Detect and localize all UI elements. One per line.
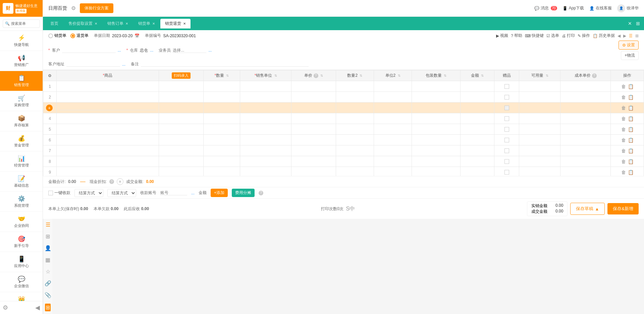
right-star-icon[interactable]: ☆: [46, 268, 50, 275]
tab-home[interactable]: 首页: [46, 19, 63, 28]
close-icon[interactable]: ✕: [183, 22, 186, 25]
list-view-icon[interactable]: ☰: [629, 34, 633, 38]
one-click-payment-checkbox[interactable]: 一键收款: [48, 190, 70, 196]
quantity-cell[interactable]: [203, 92, 240, 103]
unit2-cell[interactable]: [374, 92, 412, 103]
pkg-qty-cell[interactable]: [412, 81, 461, 92]
prev-icon[interactable]: ◀: [618, 34, 621, 38]
th-gear[interactable]: ⚙: [43, 70, 57, 81]
sidebar-item-marketing[interactable]: 📢 营销推广: [0, 51, 43, 71]
gift-checkbox[interactable]: [504, 116, 509, 121]
tab-price-settings[interactable]: 售价提取设置 ✕: [64, 19, 102, 28]
gift-checkbox[interactable]: [504, 95, 509, 100]
copy-icon[interactable]: 📋: [628, 127, 634, 132]
unit2-cell[interactable]: [374, 103, 412, 113]
next-icon[interactable]: ▶: [623, 34, 626, 38]
history-btn[interactable]: 📋 历史单据: [593, 33, 615, 39]
amount-cell[interactable]: [460, 81, 494, 92]
customer-input[interactable]: [62, 48, 116, 53]
unit-cell[interactable]: [240, 92, 291, 103]
collapse-icon[interactable]: ◀: [35, 304, 40, 311]
close-all-tabs-button[interactable]: ✕: [627, 19, 633, 27]
right-grid-view-icon[interactable]: ⊞: [46, 233, 50, 240]
save-new-button[interactable]: 保存&新增: [607, 203, 639, 214]
gift-cell[interactable]: [494, 92, 519, 103]
close-icon[interactable]: ✕: [95, 22, 97, 25]
save-draft-button[interactable]: 保存草稿 ▲: [570, 203, 605, 215]
qty2-cell[interactable]: [336, 92, 374, 103]
copy-icon[interactable]: 📋: [628, 95, 634, 100]
tab-sales-order[interactable]: 销售订单 ✕: [103, 19, 133, 28]
app-download-button[interactable]: 📱 App下载: [562, 5, 584, 11]
gift-checkbox[interactable]: [504, 84, 509, 89]
sidebar-item-sales[interactable]: 📋 销售管理: [0, 71, 43, 91]
topbar-gear-icon[interactable]: ⚙: [71, 5, 76, 11]
sidebar-item-finance[interactable]: 💰 资金管理: [0, 131, 43, 151]
pkg-qty-cell[interactable]: [412, 92, 461, 103]
cash-discount-help-icon[interactable]: ?: [109, 179, 114, 184]
gift-checkbox[interactable]: [504, 106, 509, 110]
sort-icon[interactable]: ⇅: [398, 74, 400, 77]
add-row-button[interactable]: +: [46, 105, 53, 111]
available-cell[interactable]: [519, 81, 560, 92]
user-profile[interactable]: 👤 徐泽华: [617, 4, 639, 12]
amount-cell[interactable]: [460, 92, 494, 103]
cost-price-cell[interactable]: [560, 92, 611, 103]
unit-cell[interactable]: [240, 103, 291, 113]
unit2-cell[interactable]: [374, 81, 412, 92]
close-icon[interactable]: ✕: [152, 22, 155, 25]
video-btn[interactable]: ▶ 视频: [496, 33, 508, 39]
qty2-cell[interactable]: [336, 81, 374, 92]
available-cell[interactable]: [519, 92, 560, 103]
sidebar-item-inventory[interactable]: 📦 库存核算: [0, 111, 43, 131]
gift-cell[interactable]: [494, 81, 519, 92]
delete-icon[interactable]: 🗑: [621, 159, 626, 164]
copy-icon[interactable]: 📋: [628, 105, 634, 111]
sort-icon[interactable]: ⇅: [444, 74, 446, 77]
sidebar-item-member[interactable]: 👑 畅会员: [0, 292, 43, 301]
logistics-button[interactable]: +物流: [621, 51, 639, 60]
gift-cell[interactable]: [494, 103, 519, 113]
sidebar-item-shortcut[interactable]: ⚡ 快捷导航: [0, 31, 43, 51]
price-cell[interactable]: [291, 103, 336, 113]
scan-input-button[interactable]: 扫码录入: [172, 72, 191, 79]
right-link-icon[interactable]: 🔗: [45, 280, 51, 287]
copy-icon[interactable]: 📋: [628, 84, 634, 89]
warehouse-select-icon[interactable]: ...: [150, 48, 153, 53]
remark-input[interactable]: [141, 62, 309, 67]
sidebar-item-enterprise[interactable]: 🤝 企业协同: [0, 212, 43, 232]
cost-price-cell[interactable]: [560, 103, 611, 113]
fee-help-icon[interactable]: ?: [259, 191, 263, 195]
copy-icon[interactable]: 📋: [628, 159, 634, 164]
right-clip-icon[interactable]: 📎: [45, 292, 51, 298]
gift-checkbox[interactable]: [504, 138, 509, 142]
available-cell[interactable]: [519, 103, 560, 113]
delete-icon[interactable]: 🗑: [621, 116, 626, 121]
help-btn[interactable]: ? 帮助: [511, 33, 522, 39]
cost-help-icon[interactable]: ?: [592, 73, 597, 78]
search-menu-button[interactable]: 🔍 搜索菜单: [3, 19, 40, 28]
sort-icon[interactable]: ⇅: [360, 74, 362, 77]
sidebar-item-wechat[interactable]: 💬 企业微信: [0, 272, 43, 292]
address-select-icon[interactable]: ...: [122, 62, 125, 67]
price-cell[interactable]: [291, 92, 336, 103]
sidebar-item-operation[interactable]: 📊 经营管理: [0, 151, 43, 172]
sort-icon[interactable]: ⇅: [546, 74, 548, 77]
add-row-cell[interactable]: +: [43, 103, 57, 113]
qty2-cell[interactable]: [336, 103, 374, 113]
minus-button[interactable]: —: [79, 179, 87, 185]
online-service-button[interactable]: 👤 在线客服: [589, 5, 612, 11]
sidebar-item-guide[interactable]: 🎯 新手引导: [0, 232, 43, 252]
sidebar-item-basic[interactable]: 📝 基础信息: [0, 172, 43, 192]
salesperson-input[interactable]: [173, 48, 206, 53]
delete-icon[interactable]: 🗑: [621, 137, 626, 143]
salesperson-select-icon[interactable]: ...: [208, 48, 212, 53]
sidebar-item-apps[interactable]: 📱 应用中心: [0, 252, 43, 272]
sidebar-item-purchase[interactable]: 🛒 采购管理: [0, 91, 43, 111]
close-icon[interactable]: ✕: [125, 22, 128, 25]
delete-icon[interactable]: 🗑: [621, 84, 626, 89]
settings-button[interactable]: ⚙ 设置: [619, 41, 639, 50]
customer-address-input[interactable]: [66, 62, 120, 67]
delete-icon[interactable]: 🗑: [621, 105, 626, 111]
product-cell-active[interactable]: [57, 103, 159, 113]
